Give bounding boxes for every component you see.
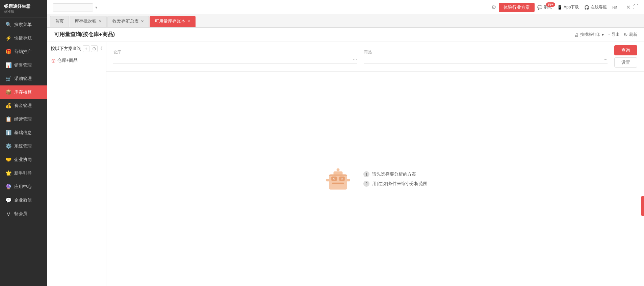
sidebar-item-marketing[interactable]: 🎁营销推广 [0, 45, 47, 58]
scheme-label-warehouse-goods: 仓库+商品 [57, 57, 78, 63]
tip-text-1: 请先选择要分析的方案 [372, 171, 416, 177]
tab-batch-account[interactable]: 库存批次账✕ [70, 16, 107, 27]
sidebar-item-system[interactable]: ⚙️系统管理 [0, 139, 47, 153]
scheme-icon-warehouse-goods: ◎ [51, 58, 55, 63]
gear-icon[interactable]: ⚙ [491, 4, 496, 10]
industry-solution-button[interactable]: 体验行业方案 [499, 3, 535, 12]
scheme-panel-header: 按以下方案查询 + ⊙ 《 [47, 45, 106, 55]
refresh-icon: ↻ [624, 32, 628, 37]
tab-available-ledger[interactable]: 可用量库存账本✕ [150, 16, 196, 27]
sidebar-icon-basic-info: ℹ️ [5, 130, 11, 136]
page-actions: 🖨 按模板打印 ▾ ↑ 导出 ↻ 刷新 [574, 32, 637, 37]
svg-rect-0 [329, 175, 347, 190]
sidebar-icon-search: 🔍 [5, 22, 11, 28]
main-area: ▾ ⚙ 体验行业方案 💬 消息 99+ 📱 App下载 🎧 在线客服 Rit ✕… [47, 0, 644, 286]
sidebar-icon-finance: 💰 [5, 103, 11, 109]
add-scheme-button[interactable]: + [83, 45, 89, 52]
refresh-button[interactable]: ↻ 刷新 [624, 32, 637, 37]
search-input[interactable] [53, 3, 93, 11]
page-header: 可用量查询(按仓库+商品) 🖨 按模板打印 ▾ ↑ 导出 ↻ 刷新 [47, 28, 644, 42]
online-service-label: 在线客服 [591, 4, 607, 10]
tab-home[interactable]: 首页 [50, 16, 69, 27]
warehouse-input[interactable] [113, 57, 352, 62]
sidebar-icon-operations: 📋 [5, 116, 11, 122]
svg-rect-3 [332, 183, 344, 184]
online-service-button[interactable]: 🎧 在线客服 [584, 4, 607, 10]
goods-filter-group: 商品 ··· [364, 49, 608, 63]
sidebar-item-inventory[interactable]: 📦库存核算 [0, 85, 47, 99]
sidebar-label-wechat: 企业微信 [14, 197, 32, 203]
warehouse-label: 仓库 [113, 49, 357, 55]
sidebar-label-member: 畅会员 [14, 211, 27, 217]
sidebar-icon-sales: 📊 [5, 62, 11, 68]
query-btn-group: 查询 设置 [614, 45, 637, 68]
goods-input-wrapper: ··· [364, 56, 608, 63]
scheme-panel-title: 按以下方案查询 [51, 46, 81, 52]
sidebar-item-cooperation[interactable]: 🤝企业协同 [0, 153, 47, 166]
sidebar-item-sales[interactable]: 📊销售管理 [0, 58, 47, 72]
goods-input[interactable] [364, 57, 602, 62]
scheme-panel: 按以下方案查询 + ⊙ 《 ◎仓库+商品 [47, 42, 106, 286]
search-arrow-icon[interactable]: ▾ [95, 5, 97, 10]
sidebar-item-quick-nav[interactable]: ⚡快捷导航 [0, 31, 47, 45]
settings-button[interactable]: 设置 [614, 57, 637, 68]
page-title: 可用量查询(按仓库+商品) [54, 31, 115, 38]
message-button[interactable]: 💬 消息 99+ [537, 4, 552, 10]
svg-point-12 [342, 178, 343, 179]
print-dropdown-icon[interactable]: ▾ [602, 32, 604, 37]
sidebar-label-cooperation: 企业协同 [14, 157, 32, 163]
print-button[interactable]: 🖨 按模板打印 ▾ [574, 32, 604, 37]
sidebar-item-purchase[interactable]: 🛒采购管理 [0, 72, 47, 85]
print-icon: 🖨 [574, 32, 579, 37]
sidebar: 畅康通好生意 标准版 🔍搜索菜单⚡快捷导航🎁营销推广📊销售管理🛒采购管理📦库存核… [0, 0, 47, 286]
app-download-label: App下载 [564, 4, 579, 10]
app-download-button[interactable]: 📱 App下载 [557, 4, 579, 10]
tip-text-2: 用[过滤]条件来缩小分析范围 [372, 181, 427, 187]
settings-scheme-button[interactable]: ⊙ [91, 45, 98, 52]
empty-illustration [323, 164, 353, 194]
tabs-bar: 首页库存批次账✕收发存汇总表✕可用量库存账本✕ [47, 15, 644, 28]
topbar-search: ▾ [53, 3, 489, 11]
sidebar-label-inventory: 库存核算 [14, 89, 32, 95]
svg-rect-6 [326, 179, 330, 181]
maximize-window-icon[interactable]: ⛶ [633, 4, 639, 10]
sidebar-item-app-center[interactable]: 🔮应用中心 [0, 180, 47, 193]
warehouse-dots-icon[interactable]: ··· [353, 56, 357, 62]
empty-tips: 1 请先选择要分析的方案 2 用[过滤]条件来缩小分析范围 [363, 171, 427, 187]
collapse-scheme-icon[interactable]: 《 [98, 46, 103, 52]
close-window-icon[interactable]: ✕ [626, 4, 630, 10]
right-scrollbar[interactable] [641, 196, 644, 216]
tip-item-2: 2 用[过滤]条件来缩小分析范围 [363, 181, 427, 187]
sidebar-icon-app-center: 🔮 [5, 184, 11, 190]
sidebar-item-finance[interactable]: 💰资金管理 [0, 99, 47, 112]
export-button[interactable]: ↑ 导出 [608, 32, 620, 37]
sidebar-icon-member: V [5, 211, 11, 217]
sidebar-label-marketing: 营销推广 [14, 49, 32, 55]
tab-label-collect-summary: 收发存汇总表 [112, 18, 139, 24]
sidebar-item-search[interactable]: 🔍搜索菜单 [0, 18, 47, 31]
sidebar-icon-guide: 🌟 [5, 170, 11, 176]
username-label[interactable]: Rit [612, 5, 617, 10]
goods-label: 商品 [364, 49, 608, 55]
query-button[interactable]: 查询 [614, 45, 637, 55]
sidebar-label-basic-info: 基础信息 [14, 130, 32, 136]
sidebar-scroll: 🔍搜索菜单⚡快捷导航🎁营销推广📊销售管理🛒采购管理📦库存核算💰资金管理📋经营管理… [0, 18, 47, 286]
sidebar-item-member[interactable]: V畅会员 [0, 207, 47, 220]
scheme-header-left: 按以下方案查询 + ⊙ [51, 45, 98, 52]
sidebar-item-basic-info[interactable]: ℹ️基础信息 [0, 126, 47, 139]
tab-label-batch-account: 库存批次账 [75, 18, 97, 24]
tab-close-collect-summary[interactable]: ✕ [141, 19, 144, 24]
warehouse-filter-group: 仓库 ··· [113, 49, 357, 63]
goods-dots-icon[interactable]: ··· [603, 56, 608, 62]
message-badge: 99+ [546, 2, 555, 7]
empty-state-content: 1 请先选择要分析的方案 2 用[过滤]条件来缩小分析范围 [323, 164, 427, 194]
sidebar-icon-cooperation: 🤝 [5, 157, 11, 163]
tab-close-batch-account[interactable]: ✕ [99, 19, 102, 24]
tab-close-available-ledger[interactable]: ✕ [187, 19, 190, 24]
tab-collect-summary[interactable]: 收发存汇总表✕ [107, 16, 149, 27]
sidebar-item-wechat[interactable]: 💬企业微信 [0, 193, 47, 207]
sidebar-label-operations: 经营管理 [14, 116, 32, 122]
scheme-item-warehouse-goods[interactable]: ◎仓库+商品 [47, 55, 106, 66]
sidebar-item-operations[interactable]: 📋经营管理 [0, 112, 47, 126]
sidebar-item-guide[interactable]: 🌟新手引导 [0, 166, 47, 180]
